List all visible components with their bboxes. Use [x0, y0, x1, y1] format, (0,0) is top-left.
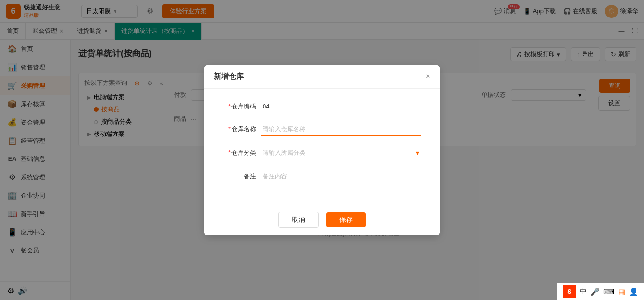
- note-input[interactable]: [261, 170, 421, 183]
- save-button[interactable]: 保存: [326, 212, 366, 227]
- form-row-name: 仓库名称: [223, 123, 421, 136]
- modal-overlay[interactable]: 新增仓库 × 仓库编码 仓库名称 仓库分类 请输入所属分类 ▾: [0, 0, 644, 300]
- category-arrow-icon: ▾: [416, 149, 419, 157]
- category-label: 仓库分类: [223, 149, 261, 157]
- dialog-footer: 取消 保存: [204, 204, 440, 235]
- cancel-button[interactable]: 取消: [278, 212, 319, 228]
- code-label: 仓库编码: [223, 102, 261, 111]
- bottom-icon-keyboard: ⌨: [603, 287, 614, 296]
- note-label: 备注: [223, 172, 261, 181]
- bottom-icon-zhong: 中: [580, 287, 586, 296]
- dialog-close-button[interactable]: ×: [425, 72, 430, 82]
- form-row-code: 仓库编码: [223, 100, 421, 113]
- dialog-header: 新增仓库 ×: [204, 65, 440, 89]
- code-input[interactable]: [261, 100, 421, 113]
- bottom-icon-user2: 👤: [629, 287, 638, 296]
- dialog-title: 新增仓库: [214, 72, 244, 82]
- bottom-icon-mic: 🎤: [590, 287, 600, 296]
- category-select[interactable]: 请输入所属分类 ▾: [261, 146, 421, 160]
- new-warehouse-dialog: 新增仓库 × 仓库编码 仓库名称 仓库分类 请输入所属分类 ▾: [204, 65, 440, 235]
- category-placeholder: 请输入所属分类: [263, 149, 416, 157]
- name-label: 仓库名称: [223, 125, 261, 133]
- name-input[interactable]: [261, 123, 421, 136]
- bottom-bar: S 中 🎤 ⌨ ▦ 👤: [557, 283, 644, 300]
- bottom-logo: S: [563, 285, 576, 298]
- form-row-note: 备注: [223, 170, 421, 183]
- dialog-body: 仓库编码 仓库名称 仓库分类 请输入所属分类 ▾ 备注: [204, 89, 440, 204]
- form-row-category: 仓库分类 请输入所属分类 ▾: [223, 146, 421, 160]
- bottom-icon-widget: ▦: [618, 287, 625, 296]
